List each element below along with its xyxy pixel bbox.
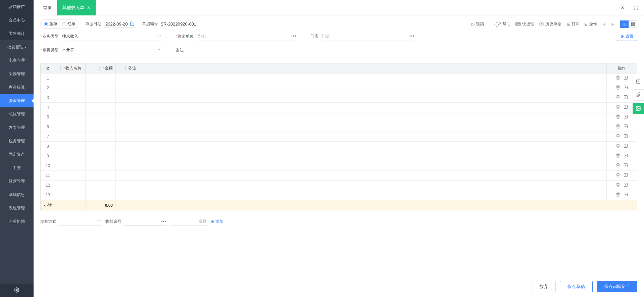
cell-amount[interactable] bbox=[86, 112, 116, 122]
sidebar-item[interactable]: 经营管理 bbox=[0, 175, 34, 188]
add-row-icon[interactable] bbox=[624, 85, 628, 91]
sidebar-item[interactable]: 会员中心 bbox=[0, 13, 34, 27]
table-row[interactable]: 5 bbox=[41, 112, 637, 122]
cell-name[interactable] bbox=[55, 190, 86, 200]
cell-name[interactable] bbox=[55, 112, 86, 122]
add-row-icon[interactable] bbox=[624, 124, 628, 130]
tab-home[interactable]: 首页 bbox=[38, 0, 57, 15]
delete-row-icon[interactable] bbox=[616, 85, 620, 91]
cell-amount[interactable] bbox=[86, 103, 116, 112]
delete-row-icon[interactable] bbox=[616, 153, 620, 159]
table-row[interactable]: 11 bbox=[41, 171, 637, 181]
biz-type-select[interactable]: 往来收入 ﹀ bbox=[61, 32, 162, 41]
cell-name[interactable] bbox=[55, 83, 86, 93]
cell-remark[interactable] bbox=[116, 122, 607, 132]
table-row[interactable]: 7 bbox=[41, 132, 637, 142]
cell-name[interactable] bbox=[55, 122, 86, 132]
delete-row-icon[interactable] bbox=[616, 183, 620, 188]
cell-remark[interactable] bbox=[116, 83, 607, 93]
table-row[interactable]: 6 bbox=[41, 122, 637, 132]
sidebar-item[interactable]: 基础信息 bbox=[0, 188, 34, 201]
delete-row-icon[interactable] bbox=[616, 114, 620, 120]
add-row-icon[interactable] bbox=[624, 173, 628, 178]
cell-name[interactable] bbox=[55, 93, 86, 102]
cell-name[interactable] bbox=[55, 151, 86, 161]
delete-row-icon[interactable] bbox=[616, 192, 620, 198]
settle-amount-input[interactable]: 金额 bbox=[170, 217, 207, 226]
cell-name[interactable] bbox=[55, 103, 86, 112]
table-row[interactable]: 8 bbox=[41, 142, 637, 151]
table-row[interactable]: 2 bbox=[41, 83, 637, 93]
operate-button[interactable]: ⊞ 操作 bbox=[584, 21, 597, 27]
add-row-icon[interactable] bbox=[624, 183, 628, 188]
cell-amount[interactable] bbox=[86, 83, 116, 93]
fullscreen-button[interactable] bbox=[631, 3, 641, 12]
shortcut-button[interactable]: ⌨ 快捷键 bbox=[515, 21, 534, 27]
delete-row-icon[interactable] bbox=[616, 76, 620, 81]
sidebar-item[interactable]: 企业协同 bbox=[0, 215, 34, 228]
cell-name[interactable] bbox=[55, 132, 86, 141]
history-button[interactable]: 🕑 历史单据 bbox=[539, 21, 561, 27]
add-row-icon[interactable] bbox=[624, 95, 628, 100]
col-header-amount[interactable]: ▲▼ *金额 bbox=[86, 63, 116, 73]
cell-remark[interactable] bbox=[116, 161, 607, 170]
cell-remark[interactable] bbox=[116, 190, 607, 200]
sidebar-item[interactable]: 工资 bbox=[0, 161, 34, 175]
view-list-button[interactable] bbox=[620, 20, 629, 28]
cell-amount[interactable] bbox=[86, 161, 116, 170]
sidebar-item[interactable]: 营销推广 bbox=[0, 0, 34, 13]
help-button[interactable]: ◯? 帮助 bbox=[494, 21, 510, 27]
col-header-remark[interactable]: ▲▼ 备注 bbox=[116, 63, 607, 73]
sidebar-item[interactable]: 库存核算 bbox=[0, 81, 34, 94]
cell-remark[interactable] bbox=[116, 93, 607, 102]
add-settlement-button[interactable]: ⊕ 添加 bbox=[211, 219, 224, 225]
delete-row-icon[interactable] bbox=[616, 173, 620, 178]
sidebar-item[interactable]: 零售统计 bbox=[0, 27, 34, 40]
sidebar-settings-footer[interactable] bbox=[0, 284, 34, 297]
settings-button[interactable]: ⚙ 设置 bbox=[617, 32, 637, 41]
table-row[interactable]: 4 bbox=[41, 103, 637, 112]
col-header-name[interactable]: ▲▼ *收入名称 bbox=[55, 63, 86, 73]
next-doc-button[interactable]: ▶ bbox=[611, 22, 615, 27]
table-row[interactable]: 3 bbox=[41, 93, 637, 103]
store-select[interactable]: 门店 ••• bbox=[321, 32, 415, 41]
cell-remark[interactable] bbox=[116, 171, 607, 180]
discard-button[interactable]: 放弃 bbox=[532, 281, 556, 292]
sidebar-item[interactable]: 资金管理 bbox=[0, 94, 34, 107]
unit-select[interactable]: 选择... ••• bbox=[196, 32, 297, 41]
delete-row-icon[interactable] bbox=[616, 124, 620, 130]
table-row[interactable]: 12 bbox=[41, 181, 637, 190]
video-button[interactable]: ▷ 视频 bbox=[472, 21, 484, 27]
cell-name[interactable] bbox=[55, 161, 86, 170]
cell-amount[interactable] bbox=[86, 93, 116, 102]
rail-image-button[interactable] bbox=[633, 103, 644, 114]
cell-amount[interactable] bbox=[86, 190, 116, 200]
radio-red[interactable]: 红单 bbox=[62, 21, 76, 27]
col-config-button[interactable]: ⚙ bbox=[41, 63, 55, 73]
table-row[interactable]: 1 bbox=[41, 73, 637, 83]
cell-remark[interactable] bbox=[116, 112, 607, 122]
table-row[interactable]: 9 bbox=[41, 151, 637, 161]
sidebar-item[interactable]: 批发管理▾ bbox=[0, 40, 34, 54]
view-detail-button[interactable] bbox=[629, 20, 637, 28]
add-row-icon[interactable] bbox=[624, 192, 628, 198]
sidebar-item[interactable]: 系统管理 bbox=[0, 201, 34, 215]
rail-attachment-button[interactable] bbox=[633, 89, 644, 101]
date-input[interactable]: 2022-09-20 bbox=[104, 20, 136, 28]
sidebar-item[interactable]: 总账管理 bbox=[0, 107, 34, 121]
delete-row-icon[interactable] bbox=[616, 163, 620, 168]
delete-row-icon[interactable] bbox=[616, 144, 620, 149]
add-row-icon[interactable] bbox=[624, 76, 628, 81]
add-row-icon[interactable] bbox=[624, 114, 628, 120]
cell-name[interactable] bbox=[55, 142, 86, 151]
add-row-icon[interactable] bbox=[624, 153, 628, 159]
rail-template-button[interactable] bbox=[633, 76, 644, 87]
cell-amount[interactable] bbox=[86, 181, 116, 190]
delete-row-icon[interactable] bbox=[616, 134, 620, 139]
cell-remark[interactable] bbox=[116, 142, 607, 151]
cell-remark[interactable] bbox=[116, 73, 607, 83]
print-button[interactable]: 🖨 打印 bbox=[566, 21, 580, 27]
cell-amount[interactable] bbox=[86, 151, 116, 161]
cell-remark[interactable] bbox=[116, 181, 607, 190]
add-row-icon[interactable] bbox=[624, 105, 628, 110]
